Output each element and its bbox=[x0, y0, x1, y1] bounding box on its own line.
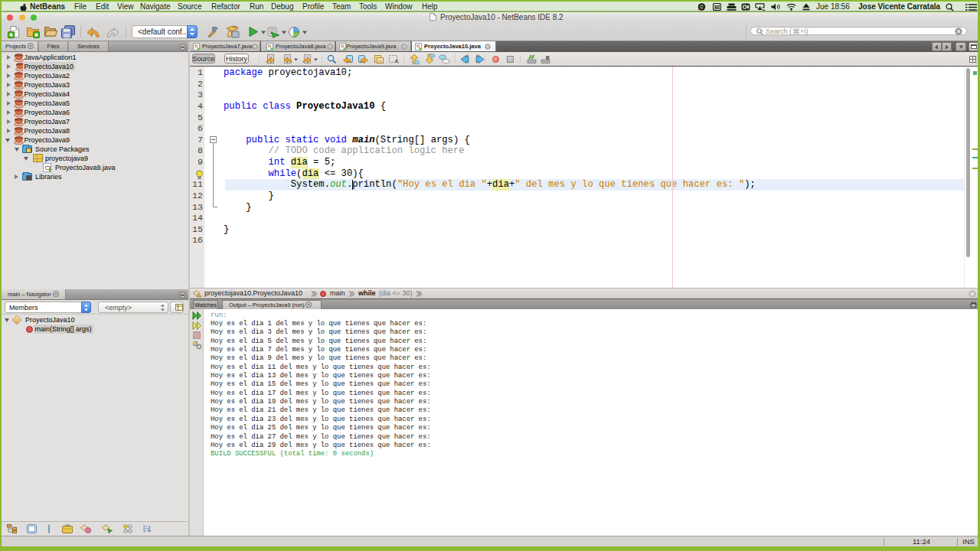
svg-text:B: B bbox=[714, 5, 718, 10]
